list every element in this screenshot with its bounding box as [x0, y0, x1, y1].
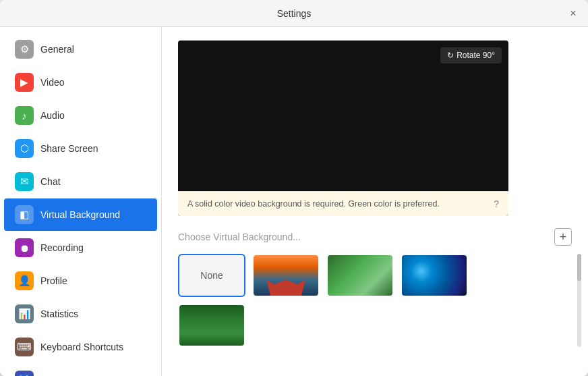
- bg-item-golden-gate[interactable]: [252, 254, 320, 297]
- bg-grid: None: [178, 254, 468, 347]
- recording-label: Recording: [40, 242, 84, 253]
- sidebar-item-audio[interactable]: ♪Audio: [4, 99, 157, 132]
- sidebar: ⚙General▶Video♪Audio⬡Share Screen✉Chat◧V…: [0, 27, 162, 376]
- general-icon: ⚙: [15, 40, 34, 59]
- settings-window: Settings × ⚙General▶Video♪Audio⬡Share Sc…: [0, 0, 588, 376]
- sidebar-item-general[interactable]: ⚙General: [4, 33, 157, 65]
- audio-icon: ♪: [15, 106, 34, 125]
- video-label: Video: [40, 77, 65, 88]
- sidebar-item-share-screen[interactable]: ⬡Share Screen: [4, 132, 157, 165]
- add-background-button[interactable]: +: [554, 228, 572, 246]
- audio-label: Audio: [40, 110, 65, 121]
- notice-text: A solid color video background is requir…: [187, 199, 440, 209]
- rotate-label: Rotate 90°: [457, 51, 495, 60]
- bg-grid-wrapper: None: [178, 254, 572, 347]
- share-screen-label: Share Screen: [40, 143, 98, 154]
- keyboard-shortcuts-label: Keyboard Shortcuts: [40, 342, 123, 352]
- statistics-label: Statistics: [40, 308, 78, 319]
- sidebar-item-video[interactable]: ▶Video: [4, 66, 157, 99]
- rotate-icon: ↻: [447, 51, 454, 60]
- video-icon: ▶: [15, 73, 34, 92]
- content-area: ⚙General▶Video♪Audio⬡Share Screen✉Chat◧V…: [0, 27, 588, 376]
- sidebar-item-virtual-background[interactable]: ◧Virtual Background: [4, 198, 157, 231]
- video-preview: ↻ Rotate 90° A solid color video backgro…: [178, 41, 508, 216]
- help-icon[interactable]: ?: [494, 198, 499, 209]
- profile-icon: 👤: [15, 271, 34, 290]
- keyboard-shortcuts-icon: ⌨: [15, 338, 34, 356]
- main-content: ↻ Rotate 90° A solid color video backgro…: [162, 27, 588, 376]
- share-screen-icon: ⬡: [15, 139, 34, 158]
- virtual-background-icon: ◧: [15, 205, 34, 224]
- statistics-icon: 📊: [15, 304, 34, 323]
- chat-icon: ✉: [15, 172, 34, 191]
- bg-item-forest[interactable]: [178, 304, 245, 347]
- bg-row-1: None: [178, 254, 468, 297]
- bg-item-none[interactable]: None: [178, 254, 245, 297]
- sidebar-item-profile[interactable]: 👤Profile: [4, 265, 157, 297]
- scrollbar-thumb[interactable]: [577, 254, 581, 281]
- sidebar-item-accessibility[interactable]: ♿Accessibility: [4, 364, 157, 376]
- sidebar-item-statistics[interactable]: 📊Statistics: [4, 298, 157, 330]
- virtual-background-label: Virtual Background: [40, 209, 120, 220]
- bg-item-grass[interactable]: [326, 254, 394, 297]
- recording-icon: ⏺: [15, 238, 34, 257]
- sidebar-item-keyboard-shortcuts[interactable]: ⌨Keyboard Shortcuts: [4, 331, 157, 363]
- accessibility-icon: ♿: [15, 371, 34, 376]
- titlebar: Settings ×: [0, 0, 588, 27]
- choose-label: Choose Virtual Background...: [178, 232, 301, 242]
- chat-label: Chat: [40, 176, 61, 187]
- profile-label: Profile: [40, 275, 67, 286]
- notice-bar: A solid color video background is requir…: [178, 191, 508, 216]
- bg-item-space[interactable]: [401, 254, 468, 297]
- close-button[interactable]: ×: [566, 7, 580, 20]
- choose-section: Choose Virtual Background... + None: [178, 228, 572, 347]
- general-label: General: [40, 44, 74, 55]
- window-title: Settings: [277, 8, 312, 19]
- sidebar-item-chat[interactable]: ✉Chat: [4, 165, 157, 198]
- scrollbar-track[interactable]: [577, 254, 581, 347]
- bg-row-2: [178, 304, 468, 347]
- rotate-button[interactable]: ↻ Rotate 90°: [440, 47, 502, 63]
- sidebar-item-recording[interactable]: ⏺Recording: [4, 232, 157, 264]
- choose-header: Choose Virtual Background... +: [178, 228, 572, 246]
